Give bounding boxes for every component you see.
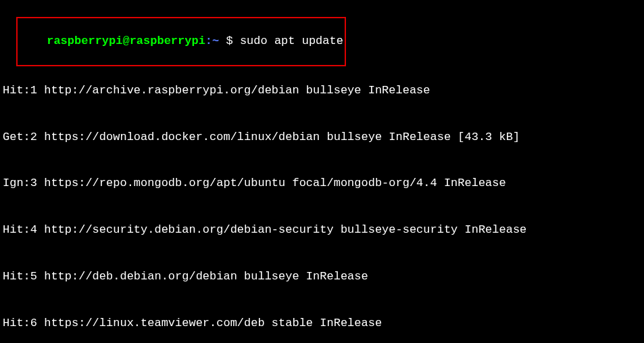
prompt-path: ~	[212, 35, 219, 47]
prompt-dollar: $	[219, 35, 240, 47]
output-line: Hit:1 http://archive.raspberrypi.org/deb…	[3, 83, 641, 99]
prompt-separator: :	[205, 35, 212, 47]
output-line: Hit:6 https://linux.teamviewer.com/deb s…	[3, 316, 641, 331]
prompt-user: raspberrypi@raspberrypi	[47, 35, 205, 47]
output-line: Hit:5 http://deb.debian.org/debian bulls…	[3, 269, 641, 285]
output-line: Get:2 https://download.docker.com/linux/…	[3, 130, 641, 145]
terminal-window[interactable]: raspberrypi@raspberrypi:~ $ sudo apt upd…	[0, 0, 644, 343]
output-line: Ign:3 https://repo.mongodb.org/apt/ubunt…	[3, 176, 641, 191]
command-input[interactable]: sudo apt update	[240, 35, 343, 47]
prompt-highlight-box: raspberrypi@raspberrypi:~ $ sudo apt upd…	[16, 17, 346, 66]
output-line: Hit:4 http://security.debian.org/debian-…	[3, 223, 641, 238]
